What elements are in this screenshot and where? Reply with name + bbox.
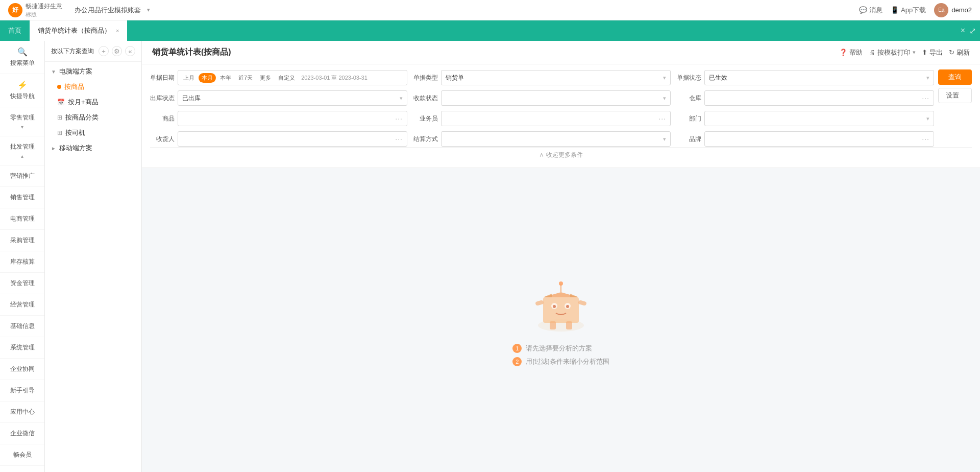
sidebar-item-ecommerce-label: 电商管理 bbox=[10, 215, 35, 223]
query-btn[interactable]: 查询 bbox=[938, 69, 972, 85]
empty-tip-1: 1 请先选择要分析的方案 bbox=[512, 344, 609, 353]
warehouse-dots[interactable]: ··· bbox=[922, 94, 929, 102]
filter-warehouse-control[interactable]: ··· bbox=[704, 90, 934, 106]
user-avatar: Ea bbox=[934, 3, 948, 17]
filter-doc-status-control[interactable]: 已生效 ▾ bbox=[704, 70, 934, 85]
tab-fullscreen-btn[interactable]: ⤢ bbox=[969, 26, 976, 36]
date-tab-7days[interactable]: 近7天 bbox=[235, 73, 256, 83]
date-tab-last-month[interactable]: 上月 bbox=[180, 73, 198, 83]
svg-rect-11 bbox=[578, 300, 587, 306]
template-print-btn[interactable]: 🖨 按模板打印 ▾ bbox=[869, 48, 916, 57]
sidebar-item-search[interactable]: 🔍 搜索菜单 bbox=[0, 41, 44, 74]
message-icon: 💬 bbox=[859, 6, 867, 14]
help-btn[interactable]: ❓ 帮助 bbox=[839, 48, 863, 57]
app-subtitle: 标版 bbox=[26, 11, 62, 18]
tree-expand-icon: ▼ bbox=[51, 69, 56, 75]
empty-state: 1 请先选择要分析的方案 2 用[过滤]条件来缩小分析范围 bbox=[142, 168, 980, 472]
filter-doc-type-control[interactable]: 销货单 ▾ bbox=[441, 70, 671, 85]
sidebar-item-system[interactable]: 系统管理 bbox=[0, 337, 44, 359]
filter-receiver-field: 收货人 ··· bbox=[150, 131, 407, 147]
date-tab-custom[interactable]: 自定义 bbox=[275, 73, 298, 83]
sidebar-item-quick-nav[interactable]: ⚡ 快捷导航 bbox=[0, 74, 44, 107]
filter-settlement-control[interactable]: ▾ bbox=[441, 131, 671, 147]
tree-item-by-driver[interactable]: ⊞ 按司机 bbox=[45, 125, 141, 140]
sidebar-item-quick-nav-label: 快捷导航 bbox=[10, 92, 35, 101]
sidebar-item-wechat-label: 企业微信 bbox=[10, 429, 35, 438]
sidebar: 🔍 搜索菜单 ⚡ 快捷导航 零售管理 ▾ 批发管理 ▴ 营销推广 销售管理 电商… bbox=[0, 41, 45, 472]
tree-item-by-category[interactable]: ⊞ 按商品分类 bbox=[45, 110, 141, 125]
svg-rect-8 bbox=[550, 321, 556, 329]
tab-report[interactable]: 销货单统计表（按商品） × bbox=[30, 20, 127, 41]
settings-scheme-btn[interactable]: ⚙ bbox=[112, 46, 122, 56]
tab-bar-actions: × ⤢ bbox=[961, 26, 980, 36]
tree-grid-icon: ⊞ bbox=[57, 114, 62, 121]
date-tab-this-year[interactable]: 本年 bbox=[217, 73, 234, 83]
tree-item-by-month-goods[interactable]: 📅 按月+商品 bbox=[45, 95, 141, 110]
sidebar-item-marketing[interactable]: 营销推广 bbox=[0, 166, 44, 187]
sidebar-item-ecommerce[interactable]: 电商管理 bbox=[0, 208, 44, 230]
tip-text-1: 请先选择要分析的方案 bbox=[526, 344, 592, 353]
sidebar-item-appcenter[interactable]: 应用中心 bbox=[0, 402, 44, 423]
filter-doc-type-label: 单据类型 bbox=[413, 74, 438, 82]
tree-item-by-goods[interactable]: 按商品 bbox=[45, 79, 141, 95]
tree-pc-scheme[interactable]: ▼ 电脑端方案 bbox=[45, 64, 141, 79]
sidebar-item-operation[interactable]: 经营管理 bbox=[0, 294, 44, 316]
date-tab-this-month[interactable]: 本月 bbox=[199, 73, 216, 83]
sidebar-item-finance[interactable]: 资金管理 bbox=[0, 273, 44, 294]
settings-filter-btn[interactable]: 设置 bbox=[938, 88, 972, 103]
tree-by-driver-label: 按司机 bbox=[65, 128, 85, 137]
filter-out-status-control[interactable]: 已出库 ▾ bbox=[178, 90, 407, 106]
sidebar-item-enterprise[interactable]: 企业协同 bbox=[0, 359, 44, 380]
sidebar-item-purchase[interactable]: 采购管理 bbox=[0, 230, 44, 251]
logo-icon: 好 bbox=[8, 3, 22, 17]
sidebar-item-newuser[interactable]: 新手引导 bbox=[0, 380, 44, 402]
filter-dept-control[interactable]: ▾ bbox=[704, 111, 934, 126]
sidebar-item-wechat[interactable]: 企业微信 bbox=[0, 423, 44, 444]
message-label: 消息 bbox=[869, 6, 883, 15]
filter-date-control[interactable]: 上月 本月 本年 近7天 更多 自定义 2023-03-01 至 2023-03… bbox=[178, 70, 407, 85]
svg-point-4 bbox=[553, 305, 556, 308]
tree-mobile-scheme[interactable]: ► 移动端方案 bbox=[45, 140, 141, 156]
sidebar-item-purchase-label: 采购管理 bbox=[10, 236, 35, 245]
export-icon: ⬆ bbox=[922, 49, 927, 56]
filter-goods-control[interactable]: ··· bbox=[178, 111, 407, 126]
sidebar-item-basic[interactable]: 基础信息 bbox=[0, 316, 44, 337]
filter-salesman-control[interactable]: ··· bbox=[441, 111, 671, 126]
dropdown-arrow[interactable]: ▾ bbox=[147, 7, 150, 13]
export-btn[interactable]: ⬆ 导出 bbox=[922, 48, 943, 57]
app-download-btn[interactable]: 📱 App下载 bbox=[891, 6, 926, 15]
empty-tip-2: 2 用[过滤]条件来缩小分析范围 bbox=[512, 357, 609, 366]
collapse-panel-btn[interactable]: « bbox=[125, 46, 135, 56]
left-panel-title: 按以下方案查询 bbox=[51, 47, 94, 56]
refresh-btn[interactable]: ↻ 刷新 bbox=[949, 48, 970, 57]
retail-arrow: ▾ bbox=[21, 124, 23, 130]
salesman-dots[interactable]: ··· bbox=[658, 114, 666, 123]
date-tab-more[interactable]: 更多 bbox=[257, 73, 274, 83]
add-scheme-btn[interactable]: + bbox=[99, 46, 109, 56]
user-name: demo2 bbox=[951, 6, 972, 14]
filter-row-4: 收货人 ··· 结算方式 ▾ bbox=[150, 131, 934, 147]
sidebar-item-sales[interactable]: 销售管理 bbox=[0, 187, 44, 208]
sidebar-item-wholesale-label: 批发管理 bbox=[10, 143, 35, 151]
sidebar-item-enterprise-label: 企业协同 bbox=[10, 365, 35, 373]
sidebar-item-appcenter-label: 应用中心 bbox=[10, 408, 35, 416]
svg-rect-10 bbox=[535, 300, 544, 306]
sidebar-item-retail[interactable]: 零售管理 ▾ bbox=[0, 107, 44, 136]
filter-brand-control[interactable]: ··· bbox=[704, 131, 934, 147]
sidebar-item-member[interactable]: 畅会员 bbox=[0, 444, 44, 466]
filter-receiver-control[interactable]: ··· bbox=[178, 131, 407, 147]
tab-home[interactable]: 首页 bbox=[0, 20, 30, 41]
tab-close-all-btn[interactable]: × bbox=[961, 26, 965, 35]
logo-area: 好 畅捷通好生意 标版 bbox=[8, 2, 62, 18]
collapse-row[interactable]: ∧ 收起更多条件 bbox=[150, 147, 972, 162]
goods-dots[interactable]: ··· bbox=[395, 114, 403, 123]
filter-date-label: 单据日期 bbox=[150, 74, 175, 82]
receiver-dots[interactable]: ··· bbox=[395, 135, 403, 143]
filter-brand-label: 品牌 bbox=[677, 135, 701, 144]
message-btn[interactable]: 💬 消息 bbox=[859, 6, 883, 15]
sidebar-item-wholesale[interactable]: 批发管理 ▴ bbox=[0, 136, 44, 166]
brand-dots[interactable]: ··· bbox=[922, 135, 929, 143]
filter-collect-status-control[interactable]: ▾ bbox=[441, 90, 671, 106]
tab-close-icon[interactable]: × bbox=[116, 28, 119, 34]
sidebar-item-inventory[interactable]: 库存核算 bbox=[0, 251, 44, 273]
